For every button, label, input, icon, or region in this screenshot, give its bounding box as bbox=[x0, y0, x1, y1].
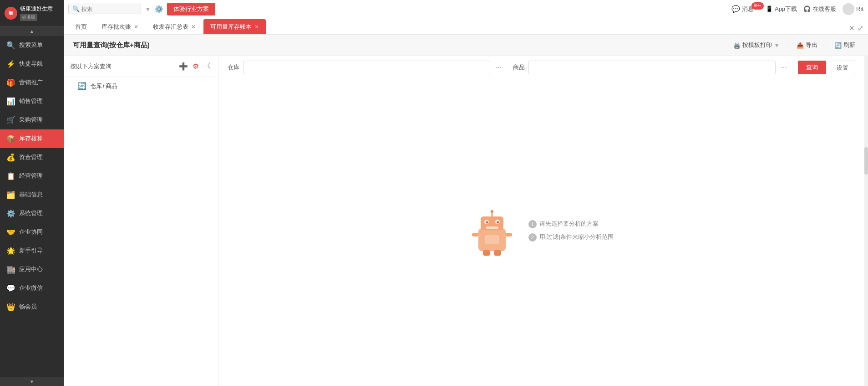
sidebar-item-guide[interactable]: 🌟 新手引导 bbox=[0, 242, 64, 260]
phone-icon: 📱 bbox=[766, 5, 773, 12]
app-edition: 标准版 bbox=[20, 14, 37, 21]
empty-illustration bbox=[469, 210, 515, 260]
sidebar-item-member[interactable]: 👑 畅会员 bbox=[0, 298, 64, 316]
sidebar-item-enterprise[interactable]: 🤝 企业协同 bbox=[0, 223, 64, 242]
empty-state-inner: 1 请先选择要分析的方案 2 用[过滤]条件来缩小分析范围 bbox=[469, 210, 614, 256]
sidebar-nav: 🔍 搜索菜单 ⚡ 快捷导航 🎁 营销推广 📊 销售管理 🛒 采购管理 📦 库存核… bbox=[0, 36, 64, 377]
sidebar-item-shortcut[interactable]: ⚡ 快捷导航 bbox=[0, 55, 64, 73]
tab-batch[interactable]: 库存批次账 ✕ bbox=[95, 19, 145, 34]
sidebar-item-basic[interactable]: 🗂️ 基础信息 bbox=[0, 185, 64, 204]
filter-item-warehouse-product[interactable]: 🔄 仓库+商品 bbox=[64, 77, 218, 95]
tab-receipt[interactable]: 收发存汇总表 ✕ bbox=[146, 19, 203, 34]
hint-item-2: 2 用[过滤]条件来缩小分析范围 bbox=[528, 233, 614, 242]
scrollbar-thumb[interactable] bbox=[864, 147, 868, 175]
product-more-icon[interactable]: ··· bbox=[779, 63, 789, 72]
handshake-icon: 🤝 bbox=[6, 228, 15, 237]
sidebar-item-operations[interactable]: 📋 经营管理 bbox=[0, 167, 64, 185]
sidebar-item-search[interactable]: 🔍 搜索菜单 bbox=[0, 36, 64, 55]
wechat-icon: 💬 bbox=[6, 284, 15, 293]
headset-icon: 🎧 bbox=[803, 5, 811, 12]
sidebar: 畅 畅康通好生意 标准版 ▲ 🔍 搜索菜单 ⚡ 快捷导航 🎁 营销推广 📊 销售… bbox=[0, 0, 64, 386]
product-filter-field: 商品 ··· bbox=[513, 61, 789, 74]
query-btn[interactable]: 查询 bbox=[798, 61, 826, 74]
message-btn[interactable]: 💬 消息 99+ bbox=[731, 5, 759, 13]
filter-row: 仓库 ··· 商品 ··· 查询 设置 bbox=[218, 56, 864, 79]
filter-panel: 按以下方案查询 ➕ ⚙ 《 🔄 仓库+商品 bbox=[64, 56, 218, 386]
sidebar-item-wechat[interactable]: 💬 企业微信 bbox=[0, 279, 64, 298]
online-service-btn[interactable]: 🎧 在线客服 bbox=[803, 5, 836, 13]
warehouse-input[interactable] bbox=[243, 61, 490, 74]
gear-icon: ⚙️ bbox=[6, 209, 15, 218]
app-title: 畅康通好生意 bbox=[20, 5, 53, 13]
topbar-search-box[interactable]: 🔍 bbox=[68, 4, 141, 14]
star-icon: 🌟 bbox=[6, 247, 15, 255]
tabs-controls: ✕ ⤢ bbox=[849, 24, 863, 34]
sidebar-item-inventory[interactable]: 📦 库存核算 bbox=[0, 129, 64, 148]
avatar bbox=[843, 3, 854, 15]
sidebar-item-appstore[interactable]: 🏬 应用中心 bbox=[0, 260, 64, 279]
clipboard-icon: 📋 bbox=[6, 172, 15, 180]
filter-actions: 查询 设置 bbox=[798, 61, 855, 74]
search-input[interactable] bbox=[81, 6, 136, 12]
page-header: 可用量查询(按仓库+商品) 🖨️ 按模板打印 ▼ 📤 导出 🔄 刷新 bbox=[64, 35, 868, 56]
message-icon: 💬 bbox=[731, 5, 740, 13]
topbar-search-icon: 🔍 bbox=[72, 5, 80, 12]
product-label: 商品 bbox=[513, 63, 525, 72]
refresh-icon: 🔄 bbox=[834, 42, 842, 49]
product-input[interactable] bbox=[528, 61, 776, 74]
refresh-btn[interactable]: 🔄 刷新 bbox=[831, 39, 859, 51]
app-logo: 畅 bbox=[5, 7, 17, 20]
search-icon: 🔍 bbox=[6, 41, 15, 50]
app-download-btn[interactable]: 📱 App下载 bbox=[766, 5, 797, 13]
tab-available[interactable]: 可用量库存账本 ✕ bbox=[203, 19, 266, 34]
main-area: 🔍 ▼ ⚙️ 体验行业方案 💬 消息 99+ 📱 App下载 🎧 在线客服 Ri… bbox=[64, 0, 868, 386]
sidebar-item-sales[interactable]: 📊 销售管理 bbox=[0, 92, 64, 111]
warehouse-label: 仓库 bbox=[228, 63, 239, 72]
sync-icon: 🔄 bbox=[77, 82, 86, 90]
tab-close-batch[interactable]: ✕ bbox=[134, 24, 138, 30]
svg-point-3 bbox=[491, 210, 493, 213]
topbar-right: 💬 消息 99+ 📱 App下载 🎧 在线客服 Rit bbox=[731, 3, 863, 15]
svg-rect-13 bbox=[494, 250, 501, 256]
print-btn[interactable]: 🖨️ 按模板打印 ▼ bbox=[730, 39, 783, 51]
settings-btn[interactable]: 设置 bbox=[830, 61, 855, 74]
sidebar-scroll-up[interactable]: ▲ bbox=[0, 27, 64, 36]
user-profile-btn[interactable]: Rit bbox=[843, 3, 863, 15]
filter-panel-title: 按以下方案查询 bbox=[70, 62, 112, 71]
chart-icon: 📊 bbox=[6, 97, 15, 106]
print-dropdown-icon[interactable]: ▼ bbox=[774, 42, 780, 49]
export-btn[interactable]: 📤 导出 bbox=[793, 39, 821, 51]
sidebar-item-system[interactable]: ⚙️ 系统管理 bbox=[0, 204, 64, 223]
folder-icon: 🗂️ bbox=[6, 190, 15, 199]
scrollbar-track[interactable] bbox=[864, 56, 868, 386]
lightning-icon: ⚡ bbox=[6, 60, 15, 68]
expand-tab-btn[interactable]: ⤢ bbox=[858, 24, 863, 32]
svg-rect-9 bbox=[472, 233, 478, 237]
collapse-filter-btn[interactable]: 《 bbox=[203, 61, 212, 72]
sidebar-scroll-down[interactable]: ▼ bbox=[0, 377, 64, 386]
sidebar-item-purchase[interactable]: 🛒 采购管理 bbox=[0, 111, 64, 129]
sidebar-item-marketing[interactable]: 🎁 营销推广 bbox=[0, 73, 64, 92]
add-filter-btn[interactable]: ➕ bbox=[178, 61, 189, 72]
tab-close-available[interactable]: ✕ bbox=[254, 24, 259, 30]
warehouse-filter-field: 仓库 ··· bbox=[228, 61, 504, 74]
sidebar-item-finance[interactable]: 💰 资金管理 bbox=[0, 148, 64, 167]
industry-btn[interactable]: 体验行业方案 bbox=[167, 3, 215, 15]
filter-panel-actions: ➕ ⚙ 《 bbox=[178, 61, 212, 72]
cart-icon: 🛒 bbox=[6, 116, 15, 124]
tab-home[interactable]: 首页 bbox=[68, 19, 94, 34]
svg-rect-8 bbox=[486, 226, 498, 229]
divider bbox=[788, 41, 788, 49]
settings-icon[interactable]: ⚙️ bbox=[155, 5, 163, 13]
close-tab-btn[interactable]: ✕ bbox=[849, 24, 855, 32]
tab-close-receipt[interactable]: ✕ bbox=[191, 24, 196, 30]
sidebar-header: 畅 畅康通好生意 标准版 bbox=[0, 0, 64, 27]
edit-filter-btn[interactable]: ⚙ bbox=[192, 61, 200, 72]
page-actions: 🖨️ 按模板打印 ▼ 📤 导出 🔄 刷新 bbox=[730, 39, 859, 51]
dropdown-icon[interactable]: ▼ bbox=[145, 5, 151, 13]
divider2 bbox=[826, 41, 826, 49]
content-area: 按以下方案查询 ➕ ⚙ 《 🔄 仓库+商品 仓库 ··· bbox=[64, 56, 868, 386]
warehouse-more-icon[interactable]: ··· bbox=[494, 63, 503, 72]
empty-image bbox=[469, 210, 515, 256]
tab-bar: 首页 库存批次账 ✕ 收发存汇总表 ✕ 可用量库存账本 ✕ ✕ ⤢ bbox=[64, 18, 868, 35]
